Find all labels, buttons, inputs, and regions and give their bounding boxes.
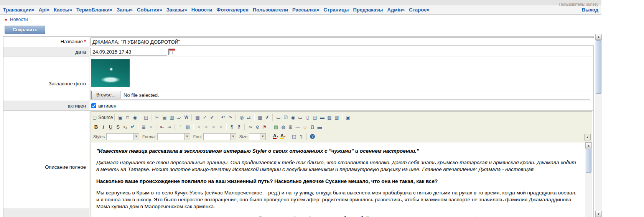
align-left-icon[interactable]: ≡: [195, 123, 203, 131]
superscript-icon[interactable]: x²: [129, 123, 136, 131]
bidi-ltr-icon[interactable]: ¶: [228, 123, 236, 131]
about-icon[interactable]: ?: [309, 133, 316, 140]
cut-icon[interactable]: ✂: [153, 114, 161, 121]
nav-item-5[interactable]: Залы»: [117, 7, 133, 13]
checkbox-icon[interactable]: ☑: [282, 114, 289, 121]
paste-from-word-icon[interactable]: W: [183, 114, 190, 121]
paste-text-icon[interactable]: ▱: [175, 114, 183, 121]
hidden-field-icon[interactable]: ▧: [333, 114, 340, 121]
anchor-icon[interactable]: ⚑: [261, 123, 268, 131]
save-icon[interactable]: ▣: [117, 114, 124, 121]
scroll-up-icon[interactable]: ▲: [595, 34, 602, 40]
chevron-down-icon[interactable]: ▼: [133, 134, 139, 140]
nav-item-13[interactable]: Предзаказы: [353, 7, 383, 13]
link-icon[interactable]: ∞: [247, 123, 254, 131]
nav-item-2[interactable]: Api»: [39, 7, 49, 13]
active-checkbox[interactable]: [91, 103, 96, 108]
scayt-icon[interactable]: ✔: [208, 114, 216, 121]
maximize-icon[interactable]: ◱: [290, 133, 298, 140]
create-div-icon[interactable]: ▧: [184, 123, 191, 131]
bold-icon[interactable]: B: [92, 123, 100, 131]
blockquote-icon[interactable]: “: [177, 123, 184, 131]
templates-icon[interactable]: ▤: [142, 114, 150, 121]
italic-icon[interactable]: I: [100, 123, 107, 131]
flash-icon[interactable]: ◍: [280, 123, 287, 131]
copy-icon[interactable]: ▣: [161, 114, 168, 121]
nav-item-7[interactable]: Заказы»: [166, 7, 187, 13]
nav-item-8[interactable]: Новости: [191, 7, 212, 13]
nav-item-9[interactable]: Фотогалерея: [216, 7, 249, 13]
special-char-icon[interactable]: Ω: [309, 123, 316, 131]
show-blocks-icon[interactable]: ¶: [298, 133, 305, 140]
bulleted-list-icon[interactable]: ≡: [147, 123, 155, 131]
align-right-icon[interactable]: ≡: [210, 123, 217, 131]
editor-text[interactable]: "Известная певица рассказала в эксклюзив…: [91, 142, 585, 217]
smiley-icon[interactable]: ☺: [301, 123, 309, 131]
radio-icon[interactable]: ◉: [289, 114, 296, 121]
table-icon[interactable]: ⊞: [287, 123, 294, 131]
text-field-icon[interactable]: ▭: [296, 114, 304, 121]
undo-icon[interactable]: ↶: [219, 114, 227, 121]
nav-item-15[interactable]: Старое»: [409, 7, 429, 13]
page-scrollbar-thumb[interactable]: [596, 40, 601, 94]
underline-icon[interactable]: U: [107, 123, 114, 131]
size-dropdown[interactable]: ▼: [249, 133, 266, 140]
page-scrollbar[interactable]: ▲ ▼: [595, 34, 602, 217]
scroll-up-icon[interactable]: ▲: [585, 142, 592, 148]
breadcrumb-link-news[interactable]: Новости: [10, 17, 28, 22]
save-button[interactable]: Сохранить: [5, 26, 45, 34]
styles-dropdown[interactable]: ▼: [106, 133, 139, 140]
replace-icon[interactable]: ⇄: [245, 114, 252, 121]
collapse-toolbar-button[interactable]: ▲: [584, 134, 591, 140]
subscript-icon[interactable]: x₂: [122, 123, 129, 131]
find-icon[interactable]: ◎: [238, 114, 245, 121]
redo-icon[interactable]: ↷: [227, 114, 234, 121]
logout-link[interactable]: Выход: [582, 7, 598, 13]
align-center-icon[interactable]: ≡: [203, 123, 210, 131]
numbered-list-icon[interactable]: ≣: [140, 123, 147, 131]
outdent-icon[interactable]: ⇤: [158, 123, 166, 131]
editor-scrollbar-thumb[interactable]: [586, 149, 591, 173]
chevron-down-icon[interactable]: ▼: [230, 134, 236, 140]
nav-item-14[interactable]: Адмін»: [387, 7, 405, 13]
print-icon[interactable]: ▦: [194, 114, 201, 121]
editor-scrollbar[interactable]: ▲ ▼: [585, 142, 592, 217]
bidi-rtl-icon[interactable]: ¶: [236, 123, 243, 131]
horizontal-rule-icon[interactable]: ―: [294, 123, 301, 131]
spell-check-icon[interactable]: ✓: [201, 114, 208, 121]
format-dropdown[interactable]: ▼: [157, 133, 190, 140]
align-justify-icon[interactable]: ≡: [217, 123, 224, 131]
select-field-icon[interactable]: ▤: [311, 114, 318, 121]
browse-button[interactable]: Browse...: [91, 91, 120, 99]
photo-file-input[interactable]: Browse... No file selected.: [91, 90, 590, 100]
textarea-icon[interactable]: ▯: [304, 114, 311, 121]
paste-icon[interactable]: ▥: [168, 114, 175, 121]
nav-item-6[interactable]: События»: [137, 7, 162, 13]
remove-format-icon[interactable]: ✗: [264, 114, 271, 121]
page-break-icon[interactable]: ▬: [316, 123, 323, 131]
scroll-down-icon[interactable]: ▼: [595, 211, 602, 217]
title-input[interactable]: [91, 38, 594, 46]
button-icon[interactable]: ▬: [318, 114, 326, 121]
chevron-down-icon[interactable]: ▼: [260, 134, 265, 140]
font-dropdown[interactable]: ▼: [203, 133, 236, 140]
source-icon[interactable]: ▢Source: [92, 114, 113, 121]
calendar-icon[interactable]: [168, 49, 175, 55]
form-icon[interactable]: ▭: [275, 114, 282, 121]
unlink-icon[interactable]: ⊘: [254, 123, 261, 131]
nav-item-11[interactable]: Рассылка»: [292, 7, 320, 13]
select-all-icon[interactable]: ▩: [256, 114, 264, 121]
nav-item-12[interactable]: Страницы: [324, 7, 349, 13]
iframe-icon[interactable]: ▣: [344, 114, 351, 121]
nav-item-10[interactable]: Пользователи: [253, 7, 288, 13]
chevron-down-icon[interactable]: ▼: [184, 134, 190, 140]
nav-item-4[interactable]: ТермоБланки»: [76, 7, 112, 13]
bg-color-icon[interactable]: A: [279, 133, 287, 140]
new-page-icon[interactable]: □: [124, 114, 131, 121]
nav-item-3[interactable]: Кассы»: [54, 7, 72, 13]
strike-icon[interactable]: S: [114, 123, 122, 131]
preview-icon[interactable]: ◉: [131, 114, 138, 121]
nav-item-1[interactable]: Транзакции»: [3, 7, 35, 13]
indent-icon[interactable]: ⇥: [166, 123, 173, 131]
image-button-icon[interactable]: ▨: [326, 114, 333, 121]
